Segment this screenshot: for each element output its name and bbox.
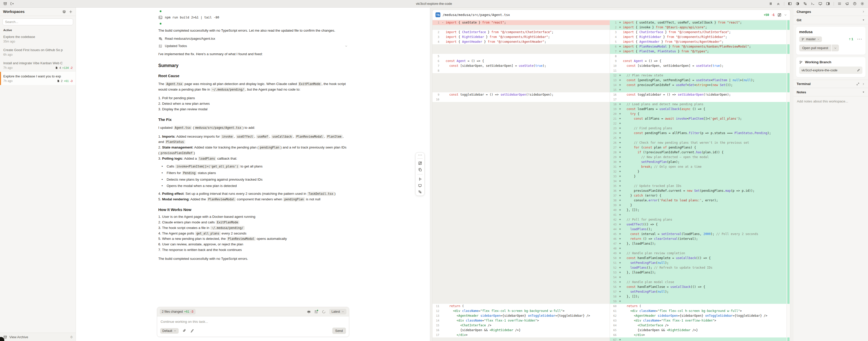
play-icon[interactable] <box>418 177 422 181</box>
code-line: const [pendingPlan, setPendingPlan] = us… <box>623 78 755 83</box>
inline-code: previousPlanIdsRef <box>159 151 194 155</box>
diff-row-old <box>432 145 610 150</box>
diff-row-new: 10 const [sidebarOpen, setSidebarOpen] =… <box>610 63 787 68</box>
code-line: // Check for new pending plans that were… <box>623 141 749 145</box>
status-dot <box>160 23 161 25</box>
paperclip-icon[interactable] <box>182 329 186 333</box>
line-number: 21 <box>610 116 619 121</box>
notes-label: Notes <box>797 90 806 94</box>
spark-icon[interactable] <box>307 310 311 314</box>
z-diff-icon[interactable] <box>777 13 781 17</box>
search-input[interactable]: Search... <box>3 19 73 25</box>
view-archive-button[interactable]: View Archive 0 <box>0 333 76 341</box>
line-number: 37 <box>610 193 619 198</box>
line-number: 26 <box>610 141 619 145</box>
line-number: 16 <box>610 92 619 97</box>
help-icon[interactable] <box>853 2 857 6</box>
spinner-icon[interactable] <box>322 310 326 314</box>
chevron-down-icon[interactable] <box>784 13 787 17</box>
theme-icon[interactable] <box>796 2 799 6</box>
git-section-header[interactable]: Git <box>794 16 868 24</box>
diff-row-new: 30+ setPendingPlan(plan); <box>610 160 787 164</box>
ordered-list: 1. User is on the Agent page with a Dock… <box>158 214 348 253</box>
more-actions-button[interactable]: ··· <box>857 37 862 41</box>
layers-icon[interactable] <box>62 10 66 14</box>
terminal-section-header[interactable]: Terminal <box>794 80 868 88</box>
line-number: 47 <box>610 241 619 246</box>
diff-overview-ruler[interactable] <box>786 20 790 341</box>
tool-call-label: Updated Todos <box>165 44 187 48</box>
dots-icon[interactable] <box>418 154 422 156</box>
code-line: import { ChatInterface } from "@/compone… <box>623 30 731 35</box>
line-number: 6 <box>610 44 619 49</box>
workspace-item[interactable]: Create Good First Issues on Github So p6… <box>0 45 76 59</box>
copy-icon[interactable] <box>418 168 422 172</box>
chat-paragraph: I've implemented the fix. Here's a summa… <box>158 51 348 57</box>
diff-row-old <box>432 164 610 169</box>
panel-left-icon[interactable] <box>788 2 792 6</box>
line-number: 59 <box>610 299 619 304</box>
archive-icon[interactable] <box>3 2 7 6</box>
mode-select[interactable]: Default <box>160 328 179 334</box>
inline-code: invoke <box>221 134 234 138</box>
pen-icon[interactable] <box>190 329 194 333</box>
commits-ahead[interactable]: 1 <box>848 37 853 41</box>
line-number: 34 <box>610 179 619 184</box>
tool-call-row[interactable]: npm run build 2>&1 | tail -80 <box>158 16 348 20</box>
diff-row-old <box>432 184 610 188</box>
diff-row-new: 53+ }, [loadPlans]); <box>610 270 787 275</box>
workspace-item[interactable]: Explore the codebase35m ago <box>0 32 76 45</box>
diff-row-new: 5import { AgentHeader } from "@/componen… <box>610 39 787 44</box>
tool-call-row[interactable]: Read medusa/src/pages/Agent.tsx <box>158 37 348 41</box>
notes-section-header[interactable]: Notes <box>794 88 868 96</box>
tool-call-row[interactable]: Updated Todos <box>158 44 348 48</box>
message-input[interactable]: Continue working on this task... <box>157 316 349 326</box>
git-compare-icon[interactable] <box>803 2 807 6</box>
monitor-icon[interactable] <box>818 2 822 6</box>
diff-file-header[interactable]: TS /medusa/medusa/src/pages/Agent.tsx +5… <box>432 10 790 20</box>
panel-right-icon[interactable] <box>826 2 830 6</box>
diff-row-new: 49+ // Handle plan review completion <box>610 251 787 256</box>
workspace-title: Explore the codebase <box>3 35 73 39</box>
collapse-up-icon[interactable] <box>776 2 780 6</box>
pull-request-dropdown[interactable] <box>832 44 839 51</box>
version-select[interactable]: Latest <box>329 309 346 314</box>
workspaces-header: Workspaces <box>0 8 76 16</box>
diff-row-new: 51+ setPendingPlan(null); <box>610 260 787 266</box>
git-compare-icon[interactable] <box>418 190 422 194</box>
files-changed-chip[interactable]: 2 files changed +61 -3 <box>160 309 196 314</box>
inline-code: get_all_plans <box>195 231 221 236</box>
menu-icon[interactable] <box>838 2 841 6</box>
chat-paragraph: The build completed successfully with no… <box>158 28 348 33</box>
working-branch-field[interactable]: vk/3ccf-explore-the-code <box>799 66 862 74</box>
branch-select[interactable]: master <box>799 36 822 42</box>
send-button[interactable]: Send <box>332 328 346 334</box>
plus-icon[interactable] <box>69 10 73 14</box>
diff-row-new: 28+ if (!previousPlanIdsRef.current.has(… <box>610 150 787 155</box>
workspace-item[interactable]: Explore the codebase I want you to exp7h… <box>0 72 76 85</box>
notes-input[interactable]: Add notes about this workspace... <box>794 96 868 106</box>
line-number: 24 <box>610 131 619 135</box>
settings-icon[interactable] <box>860 2 864 6</box>
workspace-item[interactable]: Install and integrate Vibe Kanban Web C7… <box>0 59 76 72</box>
code-line: setPendingPlan(plan); <box>623 160 680 164</box>
diff-row-old <box>432 135 610 141</box>
checklist-dot-icon[interactable] <box>314 310 318 314</box>
megaphone-icon[interactable] <box>845 2 849 6</box>
diff-row-old <box>432 208 610 213</box>
edit-pencil-icon[interactable] <box>857 68 860 72</box>
panel-exit-icon[interactable] <box>10 2 14 6</box>
diff-row-old <box>432 102 610 107</box>
diff-row-old: 7 const [sidebarOpen, setSidebarOpen] = … <box>432 63 610 68</box>
composer-top-icons: Latest <box>307 309 346 314</box>
chevron-down-icon[interactable] <box>345 44 348 48</box>
expand-icon[interactable] <box>856 83 859 86</box>
monitor-icon[interactable] <box>418 184 422 187</box>
open-pull-request-button[interactable]: Open pull request <box>799 44 831 51</box>
changes-section-header[interactable]: Changes <box>794 8 868 16</box>
diff-row-old: 5 <box>432 54 610 59</box>
terminal-sm-icon[interactable] <box>811 2 815 6</box>
z-diff-icon[interactable] <box>418 161 422 165</box>
line-number: 51 <box>610 260 619 266</box>
pause-icon[interactable] <box>769 2 773 6</box>
